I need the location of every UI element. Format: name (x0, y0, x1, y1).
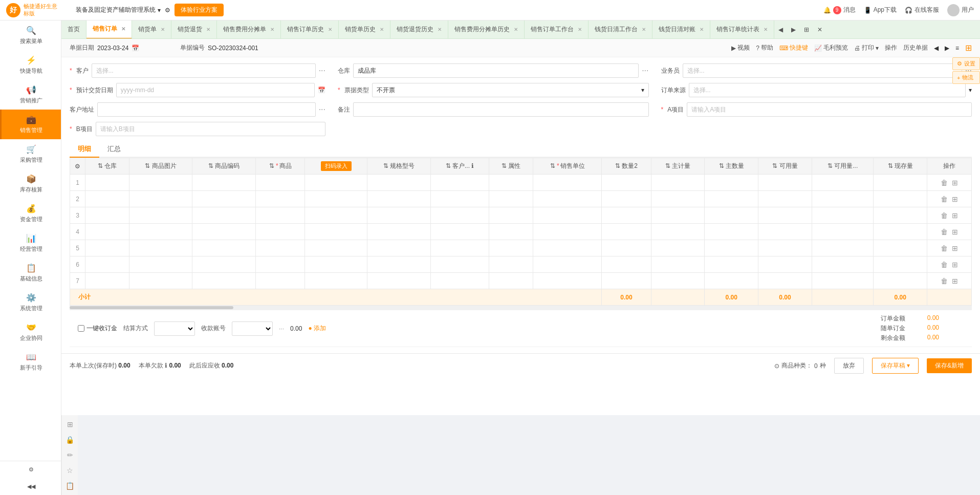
sidebar-item-quicknav[interactable]: ⚡ 快捷导航 (0, 50, 61, 80)
history-btn[interactable]: 历史单据 (903, 44, 928, 52)
row-4-spec[interactable] (367, 224, 430, 240)
row-3-unit[interactable] (533, 207, 602, 224)
th-spec[interactable]: ⇅ 规格型号 (367, 158, 430, 175)
row-4-stock[interactable] (874, 224, 927, 240)
order-source-input[interactable] (689, 83, 966, 97)
row-2-warehouse[interactable] (85, 191, 129, 207)
right-panel-lock-icon[interactable]: 🔒 (63, 433, 77, 447)
row-7-spec[interactable] (367, 273, 430, 289)
tab-order-workbench[interactable]: 销售订单工作台 ✕ (525, 20, 589, 39)
salesperson-input[interactable] (683, 63, 962, 78)
row-4-unit[interactable] (533, 224, 602, 240)
row-1-main-qty[interactable] (705, 175, 758, 191)
row-4-warehouse[interactable] (85, 224, 129, 240)
row-2-stock[interactable] (874, 191, 927, 207)
row-7-main-qty[interactable] (705, 273, 758, 289)
customer-address-input[interactable] (97, 102, 316, 117)
row-1-customer-code[interactable] (430, 175, 489, 191)
tab-close-order-workbench[interactable]: ✕ (578, 27, 582, 32)
row-1-unit[interactable] (533, 175, 602, 191)
quick-payment-checkbox[interactable] (78, 325, 84, 332)
row-1-warehouse[interactable] (85, 175, 129, 191)
sidebar-item-system[interactable]: ⚙️ 系统管理 (0, 288, 61, 317)
save-new-btn[interactable]: 保存&新增 (927, 358, 972, 373)
row-7-image[interactable] (129, 273, 192, 289)
row-7-attribute[interactable] (489, 273, 533, 289)
row-4-delete-btn[interactable]: 🗑 (940, 227, 949, 237)
tab-sales-order-history[interactable]: 销售订单历史 ✕ (281, 20, 339, 39)
calendar-icon[interactable]: 📅 (132, 45, 139, 52)
right-panel-grid-icon[interactable]: ⊞ (63, 417, 77, 432)
sidebar-item-finance[interactable]: 💰 资金管理 (0, 199, 61, 228)
tab-close-sales-stats[interactable]: ✕ (764, 27, 768, 32)
tab-cash-workbench[interactable]: 钱货日清工作台 ✕ (589, 20, 652, 39)
view-video-btn[interactable]: ▶ 视频 (731, 44, 750, 52)
industry-btn[interactable]: 体验行业方案 (175, 4, 224, 16)
row-4-image[interactable] (129, 224, 192, 240)
tab-sales-order[interactable]: 销售订单 ✕ (86, 20, 132, 39)
th-main-unit[interactable]: ⇅ 主计量 (651, 158, 705, 175)
th-customer-code[interactable]: ⇅ 客户... ℹ (430, 158, 489, 175)
row-1-attribute[interactable] (489, 175, 533, 191)
help-btn[interactable]: ? 帮助 (756, 44, 773, 52)
row-7-available[interactable] (758, 273, 812, 289)
nav-next-icon[interactable]: ▶ (945, 45, 949, 52)
row-3-available[interactable] (758, 207, 812, 224)
account-select[interactable] (232, 321, 273, 336)
row-6-available[interactable] (758, 256, 812, 273)
settings-icon[interactable]: ⚙ (165, 7, 170, 14)
remarks-input[interactable] (353, 102, 649, 117)
row-1-delete-btn[interactable]: 🗑 (940, 178, 949, 188)
row-2-qty2[interactable] (602, 191, 651, 207)
row-6-main-qty[interactable] (705, 256, 758, 273)
row-1-spec[interactable] (367, 175, 430, 191)
tab-close-sales-order-history[interactable]: ✕ (328, 27, 332, 32)
row-1-image[interactable] (129, 175, 192, 191)
th-available[interactable]: ⇅ 可用量 (758, 158, 812, 175)
row-7-copy-btn[interactable]: ⊞ (951, 276, 959, 286)
row-2-main-unit[interactable] (651, 191, 705, 207)
th-main-qty[interactable]: ⇅ 主数量 (705, 158, 758, 175)
quick-payment-checkbox-label[interactable]: 一键收订金 (78, 324, 117, 333)
row-1-product[interactable] (256, 175, 305, 191)
row-3-spec[interactable] (367, 207, 430, 224)
row-6-available2[interactable] (812, 256, 874, 273)
warehouse-display[interactable]: 成品库 (353, 63, 639, 78)
row-6-unit[interactable] (533, 256, 602, 273)
row-7-customer-code[interactable] (430, 273, 489, 289)
th-product-image[interactable]: ⇅ 商品图片 (129, 158, 192, 175)
row-5-copy-btn[interactable]: ⊞ (951, 243, 959, 253)
row-5-available2[interactable] (812, 240, 874, 256)
row-5-image[interactable] (129, 240, 192, 256)
row-1-copy-btn[interactable]: ⊞ (951, 178, 959, 188)
row-1-available2[interactable] (812, 175, 874, 191)
grid-view-icon[interactable]: ⊞ (965, 43, 972, 53)
row-2-customer-code[interactable] (430, 191, 489, 207)
row-6-attribute[interactable] (489, 256, 533, 273)
row-2-product[interactable] (256, 191, 305, 207)
sidebar-item-settings[interactable]: ⚙ (0, 461, 61, 478)
sidebar-item-purchase[interactable]: 🛒 采购管理 (0, 139, 61, 169)
th-unit[interactable]: ⇅ *销售单位 (533, 158, 602, 175)
row-4-qty2[interactable] (602, 224, 651, 240)
th-stock[interactable]: ⇅ 现存量 (874, 158, 927, 175)
notification-bell[interactable]: 🔔 9 消息 (823, 6, 856, 14)
row-7-delete-btn[interactable]: 🗑 (940, 276, 949, 286)
sidebar-item-marketing[interactable]: 📢 营销推广 (0, 80, 61, 110)
row-6-qty2[interactable] (602, 256, 651, 273)
tab-return-history[interactable]: 销货退货历史 ✕ (390, 20, 448, 39)
th-warehouse[interactable]: ⇅ 仓库 (85, 158, 129, 175)
row-6-stock[interactable] (874, 256, 927, 273)
scrollbar-thumb[interactable] (70, 306, 233, 309)
row-3-copy-btn[interactable]: ⊞ (951, 210, 959, 221)
right-panel-star-icon[interactable]: ☆ (63, 463, 77, 478)
tab-close-sales-return[interactable]: ✕ (206, 27, 210, 32)
row-4-available2[interactable] (812, 224, 874, 240)
payment-method-select[interactable] (154, 321, 195, 336)
row-3-code[interactable] (192, 207, 256, 224)
user-menu[interactable]: 用户 (947, 4, 974, 16)
tab-nav-next[interactable]: ▶ (787, 26, 800, 33)
delivery-date-input[interactable] (116, 83, 315, 97)
row-3-image[interactable] (129, 207, 192, 224)
row-4-main-unit[interactable] (651, 224, 705, 240)
